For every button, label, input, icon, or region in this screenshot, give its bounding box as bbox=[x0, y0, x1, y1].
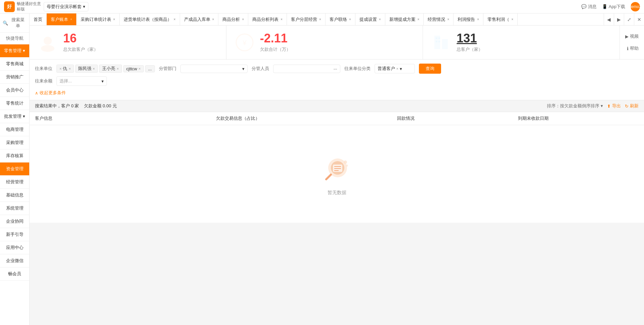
unit-class-selector[interactable]: 普通客户 × ▾ bbox=[375, 64, 415, 73]
tag-remove-icon[interactable]: × bbox=[396, 67, 398, 71]
tab-customer-cost[interactable]: 客户账本 × bbox=[47, 13, 77, 26]
tab-close-icon[interactable]: × bbox=[349, 17, 351, 21]
refresh-button[interactable]: ↻ 刷新 bbox=[625, 103, 639, 109]
tab-product-analysis-list[interactable]: 商品分析列表 × bbox=[248, 13, 287, 26]
app-download-button[interactable]: 📱 App下载 bbox=[602, 4, 625, 10]
tab-close-all-button[interactable]: ✕ bbox=[634, 13, 644, 26]
person-selector[interactable]: ··· bbox=[273, 65, 340, 73]
stat-info-debt: -2.11 欠款合计（万） bbox=[260, 32, 291, 52]
empty-text: 暂无数据 bbox=[328, 190, 346, 196]
help-button[interactable]: ℹ 帮助 bbox=[627, 45, 639, 51]
tab-close-icon[interactable]: × bbox=[319, 17, 321, 21]
sidebar-item-wholesale-mgmt[interactable]: 批发管理 ▾ bbox=[0, 110, 29, 123]
tab-purchase-stat-by-product[interactable]: 进货单统计表（按商品） × bbox=[120, 13, 180, 26]
tab-close-icon[interactable]: × bbox=[113, 17, 115, 21]
table-header-debt-info: 欠款交易信息（占比） bbox=[216, 115, 397, 121]
tab-new-promotion[interactable]: 新增提成方案 × bbox=[385, 13, 424, 26]
stat-info-customers: 16 总欠款客户（家） bbox=[63, 32, 98, 52]
results-bar: 搜索结果中，客户 0 家 欠款金额 0.00 元 排序：按欠款金额倒序排序 ▾ … bbox=[30, 100, 644, 112]
download-icon: 📱 bbox=[602, 4, 607, 9]
sidebar-item-system-mgmt[interactable]: 系统管理 bbox=[0, 202, 29, 215]
tab-product-analysis[interactable]: 商品分析 × bbox=[218, 13, 248, 26]
collapse-button[interactable]: ∧ 收起更多条件 bbox=[35, 90, 639, 96]
quick-nav-button[interactable]: 快捷导航 bbox=[0, 33, 29, 44]
tab-close-icon[interactable]: × bbox=[70, 17, 72, 21]
svg-point-0 bbox=[44, 37, 52, 45]
unit-class-label: 往来单位分类 bbox=[344, 66, 371, 72]
sidebar-item-enterprise-wechat[interactable]: 企业微信 bbox=[0, 254, 29, 267]
svg-rect-7 bbox=[436, 41, 437, 42]
sidebar-item-app-center[interactable]: 应用中心 bbox=[0, 241, 29, 254]
tab-close-icon[interactable]: × bbox=[379, 17, 381, 21]
svg-line-12 bbox=[326, 175, 331, 179]
stat-header-actions: ▶ 视频 ℹ 帮助 bbox=[620, 26, 644, 59]
sidebar-item-member-center[interactable]: 会员中心 bbox=[0, 84, 29, 97]
sidebar-item-purchase-mgmt[interactable]: 采购管理 bbox=[0, 136, 29, 149]
chevron-down-icon: ▾ bbox=[400, 66, 402, 71]
tab-maximize-button[interactable]: ⤢ bbox=[624, 13, 634, 26]
dept-label: 分管部门 bbox=[159, 66, 176, 72]
stat-total-customers: 16 总欠款客户（家） bbox=[30, 26, 226, 59]
sidebar-item-capital-mgmt[interactable]: 资金管理 bbox=[0, 162, 29, 176]
tag-remove-icon[interactable]: × bbox=[69, 67, 71, 71]
tab-close-icon[interactable]: × bbox=[212, 17, 214, 21]
tab-close-icon[interactable]: × bbox=[447, 17, 449, 21]
sidebar-item-new-guide[interactable]: 新手引导 bbox=[0, 228, 29, 241]
dept-selector[interactable]: ▾ bbox=[180, 65, 248, 73]
table-header-due-date: 到期未收款日期 bbox=[518, 115, 639, 121]
video-help-button[interactable]: ▶ 视频 bbox=[625, 33, 639, 39]
svg-point-17 bbox=[344, 160, 347, 164]
tab-customer-layer[interactable]: 客户分层经营 × bbox=[287, 13, 326, 26]
tab-close-icon[interactable]: × bbox=[511, 17, 513, 21]
balance-selector[interactable]: 选择... ▾ bbox=[56, 76, 107, 86]
tab-profit-report[interactable]: 利润报告 × bbox=[454, 13, 483, 26]
sidebar-item-basic-info[interactable]: 基础信息 bbox=[0, 189, 29, 202]
search-button[interactable]: 查询 bbox=[419, 64, 441, 74]
top-bar-left: 好 畅捷通好生意 标版 母婴行业演示帐套 ▾ bbox=[4, 1, 88, 12]
filter-tag-cjttcw: cjttcw × bbox=[123, 65, 144, 72]
tag-remove-icon[interactable]: × bbox=[93, 67, 95, 71]
filter-tags: × 仇 × 陈民强 × 王小亮 × cjttcw bbox=[56, 65, 155, 73]
more-tags-button[interactable]: ... bbox=[145, 65, 155, 72]
tab-promotion-setting[interactable]: 提成设置 × bbox=[355, 13, 385, 26]
sidebar-item-vip-member[interactable]: 畅会员 bbox=[0, 267, 29, 281]
tab-home[interactable]: 首页 bbox=[30, 13, 47, 26]
stats-header: 16 总欠款客户（家） ¥ -2.11 欠款合计（万） bbox=[30, 26, 644, 60]
tab-customer-contact[interactable]: 客户联络 × bbox=[326, 13, 355, 26]
page-content: 16 总欠款客户（家） ¥ -2.11 欠款合计（万） bbox=[30, 26, 644, 325]
tag-remove-icon[interactable]: × bbox=[59, 67, 61, 71]
unit-class-tag: 普通客户 × bbox=[378, 66, 398, 72]
store-selector[interactable]: 母婴行业演示帐套 ▾ bbox=[44, 2, 88, 11]
messages-button[interactable]: 💬 消息 bbox=[581, 4, 597, 10]
tab-close-icon[interactable]: × bbox=[174, 17, 176, 21]
search-menu-button[interactable]: 🔍 搜索菜单 bbox=[3, 17, 27, 29]
tab-close-icon[interactable]: × bbox=[418, 17, 420, 21]
tab-close-icon[interactable]: × bbox=[242, 17, 244, 21]
sidebar-item-retail-mgmt[interactable]: 零售管理 ▾ bbox=[0, 44, 29, 58]
tag-remove-icon[interactable]: × bbox=[117, 67, 119, 71]
tab-business-status[interactable]: 经营情况 × bbox=[424, 13, 454, 26]
sidebar-item-operation-mgmt[interactable]: 经营管理 bbox=[0, 176, 29, 189]
tab-next-button[interactable]: ▶ bbox=[614, 13, 624, 26]
svg-point-1 bbox=[41, 45, 54, 52]
tab-prev-button[interactable]: ◀ bbox=[604, 13, 614, 26]
empty-icon bbox=[320, 152, 354, 186]
sidebar-item-inventory-check[interactable]: 库存核算 bbox=[0, 149, 29, 162]
tab-purchase-order-stat[interactable]: 采购订单统计表 × bbox=[77, 13, 120, 26]
sidebar-item-marketing[interactable]: 营销推广 bbox=[0, 71, 29, 84]
export-button[interactable]: ⬆ 导出 bbox=[607, 103, 621, 109]
unit-label: 往来单位 bbox=[35, 66, 52, 72]
tab-close-icon[interactable]: × bbox=[477, 17, 479, 21]
sidebar-item-retail-shop[interactable]: 零售商城 bbox=[0, 58, 29, 71]
svg-rect-8 bbox=[438, 37, 440, 39]
tab-retail-profit[interactable]: 零售利润（ × bbox=[483, 13, 518, 26]
sidebar-item-ecommerce-mgmt[interactable]: 电商管理 bbox=[0, 123, 29, 136]
avatar[interactable]: demo2 bbox=[631, 2, 640, 11]
tag-remove-icon[interactable]: × bbox=[138, 67, 140, 71]
chevron-down-icon: ▾ bbox=[23, 48, 25, 53]
sort-selector[interactable]: 排序：按欠款金额倒序排序 ▾ bbox=[547, 103, 603, 109]
sidebar-item-retail-stat[interactable]: 零售统计 bbox=[0, 97, 29, 110]
tab-product-in[interactable]: 产成品入库单 × bbox=[180, 13, 219, 26]
tab-close-icon[interactable]: × bbox=[281, 17, 283, 21]
sidebar-item-enterprise-collab[interactable]: 企业协同 bbox=[0, 215, 29, 228]
